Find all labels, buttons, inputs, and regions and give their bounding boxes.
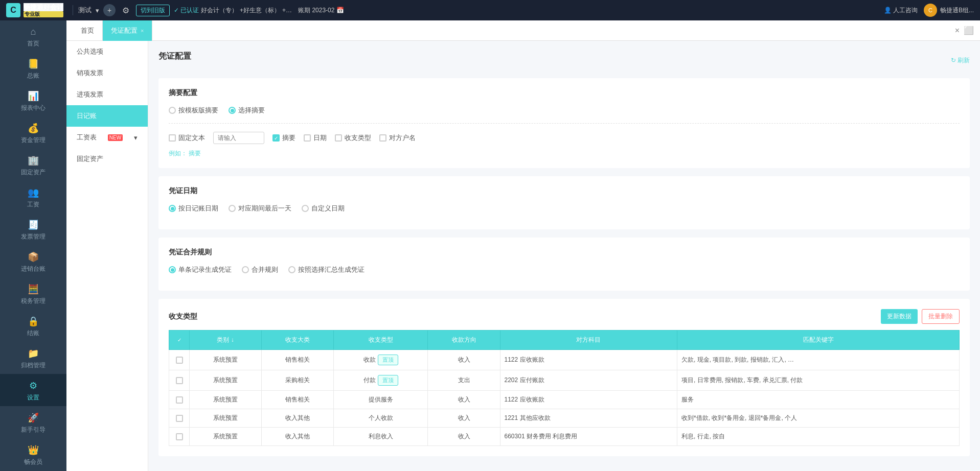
radio-custom-date-label: 自定义日期 bbox=[311, 204, 345, 213]
radio-period-last[interactable]: 对应期间最后一天 bbox=[229, 204, 291, 213]
left-panel-label-public: 公共选项 bbox=[77, 48, 103, 55]
right-content: 凭证配置 ↻ 刷新 摘要配置 按模板版摘要 bbox=[148, 41, 980, 471]
member-icon: 👑 bbox=[28, 444, 39, 456]
row-checkbox[interactable] bbox=[176, 433, 183, 440]
checkbox-income-type[interactable]: 收支类型 bbox=[335, 133, 371, 143]
sidebar-item-report[interactable]: 📊 报表中心 bbox=[0, 84, 66, 116]
checkbox-counterparty[interactable]: 对方户名 bbox=[379, 133, 416, 143]
tab-close-icon[interactable]: × bbox=[141, 28, 144, 34]
merge-rules-section: 凭证合并规则 单条记录生成凭证 合并规则 按照选择汇总生成凭证 bbox=[158, 238, 970, 291]
left-panel-item-purchase-invoice[interactable]: 进项发票 bbox=[66, 84, 148, 105]
left-panel-item-journal[interactable]: 日记账 bbox=[66, 105, 148, 127]
radio-select-label: 选择摘要 bbox=[238, 106, 265, 115]
tag1: 好会计（专） bbox=[201, 6, 238, 15]
new-badge: NEW bbox=[108, 134, 123, 141]
radio-select[interactable]: 选择摘要 bbox=[229, 106, 265, 115]
sidebar-item-purchase[interactable]: 📦 进销台账 bbox=[0, 245, 66, 277]
checkbox-summary[interactable]: ✓ 摘要 bbox=[272, 133, 295, 143]
sidebar-item-salary[interactable]: 👥 工资 bbox=[0, 181, 66, 213]
row-checkbox[interactable] bbox=[176, 377, 183, 384]
sidebar-item-tax[interactable]: 🧮 税务管理 bbox=[0, 277, 66, 310]
sidebar-item-archive[interactable]: 📁 归档管理 bbox=[0, 342, 66, 374]
settings-icon: ⚙ bbox=[29, 380, 37, 391]
restore-window-button[interactable]: ⬜ bbox=[964, 26, 974, 35]
sidebar-item-invoice-mgr[interactable]: 🧾 发票管理 bbox=[0, 213, 66, 245]
left-panel-item-salary-table[interactable]: 工资表 NEW ▾ bbox=[66, 127, 148, 148]
sidebar-item-home[interactable]: ⌂ 首页 bbox=[0, 20, 66, 52]
row-checkbox[interactable] bbox=[176, 415, 183, 422]
salary-icon: 👥 bbox=[28, 187, 39, 198]
radio-template[interactable]: 按模板版摘要 bbox=[169, 106, 218, 115]
ledger-icon: 📒 bbox=[28, 58, 39, 69]
voucher-date-radio-group: 按日记账日期 对应期间最后一天 自定义日期 bbox=[169, 204, 960, 213]
th-keywords: 匹配关键字 bbox=[677, 331, 960, 350]
left-panel: 公共选项 销项发票 进项发票 日记账 工资表 NEW ▾ bbox=[66, 41, 148, 471]
merge-rules-title: 凭证合并规则 bbox=[169, 248, 960, 257]
radio-journal-date[interactable]: 按日记账日期 bbox=[169, 204, 218, 213]
row-type-major: 销售相关 bbox=[262, 391, 334, 409]
checkbox-fixed-text[interactable]: 固定文本 bbox=[169, 133, 205, 143]
pin-tag[interactable]: 置顶 bbox=[378, 375, 398, 386]
app-body: ⌂ 首页 📒 总账 📊 报表中心 💰 资金管理 🏢 固定资产 👥 工资 🧾 发票… bbox=[0, 20, 980, 471]
sidebar-item-close[interactable]: 🔒 结账 bbox=[0, 310, 66, 342]
radio-custom-date[interactable]: 自定义日期 bbox=[302, 204, 345, 213]
assets-icon: 🏢 bbox=[28, 155, 39, 166]
salary-expand-icon: ▾ bbox=[134, 134, 138, 142]
tab-home[interactable]: 首页 bbox=[73, 20, 103, 41]
tab-voucher-config[interactable]: 凭证配置 × bbox=[103, 20, 152, 41]
row-checkbox[interactable] bbox=[176, 357, 183, 364]
income-type-btns: 更新数据 批量删除 bbox=[881, 309, 960, 324]
topbar-add-button[interactable]: + bbox=[103, 4, 116, 16]
topbar-dropdown-arrow[interactable]: ▾ bbox=[96, 7, 99, 14]
checkbox-date-box bbox=[304, 134, 311, 142]
radio-merge[interactable]: 合并规则 bbox=[242, 265, 278, 274]
sidebar-item-member[interactable]: 👑 畅会员 bbox=[0, 438, 66, 470]
table-row: 系统预置 销售相关 提供服务 收入 1122 应收账款 服务 bbox=[169, 391, 960, 409]
checkbox-summary-box: ✓ bbox=[272, 134, 280, 142]
checkbox-fixed-text-label: 固定文本 bbox=[178, 133, 205, 143]
tag2: +好生意（标） bbox=[240, 6, 280, 15]
batch-delete-button[interactable]: 批量删除 bbox=[922, 309, 960, 324]
row-type-major: 收入其他 bbox=[262, 409, 334, 428]
topbar-settings-button[interactable]: ⚙ bbox=[120, 4, 132, 16]
sidebar-item-guide[interactable]: 🚀 新手引导 bbox=[0, 406, 66, 438]
row-type-sub: 收款置顶 bbox=[334, 350, 428, 370]
example-value: 摘要 bbox=[189, 150, 201, 157]
left-panel-item-fixed-assets[interactable]: 固定资产 bbox=[66, 148, 148, 170]
summary-radio-group: 按模板版摘要 选择摘要 bbox=[169, 106, 960, 115]
summary-section-title: 摘要配置 bbox=[169, 88, 960, 98]
checkbox-date[interactable]: 日期 bbox=[304, 133, 327, 143]
radio-summary-gen[interactable]: 按照选择汇总生成凭证 bbox=[288, 265, 364, 274]
sidebar-item-settings[interactable]: ⚙ 设置 bbox=[0, 374, 66, 406]
sidebar-item-assets[interactable]: 🏢 固定资产 bbox=[0, 149, 66, 181]
left-panel-label-purchase-invoice: 进项发票 bbox=[77, 90, 103, 98]
row-account: 1122 应收账款 bbox=[500, 391, 677, 409]
topbar-test-label: 测试 bbox=[78, 6, 92, 15]
tag3: +… bbox=[282, 7, 292, 14]
row-account: 2202 应付账款 bbox=[500, 370, 677, 391]
radio-period-last-circle bbox=[229, 205, 236, 212]
radio-single[interactable]: 单条记录生成凭证 bbox=[169, 265, 232, 274]
close-window-button[interactable]: × bbox=[955, 26, 960, 35]
sidebar-item-ledger[interactable]: 📒 总账 bbox=[0, 52, 66, 84]
th-type-sub: 收支类型 bbox=[334, 331, 428, 350]
left-panel-item-sales-invoice[interactable]: 销项发票 bbox=[66, 62, 148, 84]
update-data-button[interactable]: 更新数据 bbox=[881, 309, 918, 324]
row-checkbox[interactable] bbox=[176, 396, 183, 404]
summary-section: 摘要配置 按模板版摘要 选择摘要 bbox=[158, 78, 970, 168]
switch-old-button[interactable]: 切到旧版 bbox=[136, 5, 170, 16]
select-all-checkbox[interactable]: ✓ bbox=[176, 337, 183, 344]
service-button[interactable]: 👤 人工咨询 bbox=[884, 6, 918, 15]
sidebar-item-fund[interactable]: 💰 资金管理 bbox=[0, 116, 66, 149]
user-menu[interactable]: C 畅捷通B组... bbox=[924, 4, 974, 17]
sidebar-item-label-ledger: 总账 bbox=[27, 72, 39, 80]
table-header-row: ✓ 类别 ↓ 收支大类 收支类型 收款方向 对方科目 匹配关键字 bbox=[169, 331, 960, 350]
pin-tag[interactable]: 置顶 bbox=[378, 355, 398, 365]
row-account: 660301 财务费用 利息费用 bbox=[500, 428, 677, 446]
fixed-text-input[interactable] bbox=[213, 132, 264, 144]
radio-period-last-label: 对应期间最后一天 bbox=[238, 204, 291, 213]
left-panel-item-public[interactable]: 公共选项 bbox=[66, 41, 148, 62]
radio-merge-label: 合并规则 bbox=[252, 265, 278, 274]
refresh-button[interactable]: ↻ 刷新 bbox=[951, 56, 970, 65]
example-prefix: 例如： bbox=[169, 150, 187, 157]
